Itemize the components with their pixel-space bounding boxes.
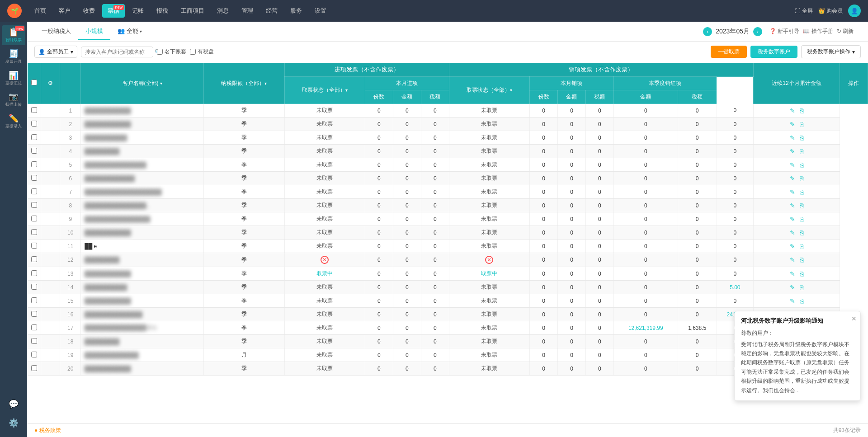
nav-item-settings[interactable]: 设置 (309, 4, 332, 18)
edit-btn[interactable]: ✎ (788, 107, 797, 114)
row-checkbox[interactable] (31, 188, 37, 194)
row-checkbox[interactable] (31, 121, 37, 127)
td-checkbox[interactable] (28, 199, 41, 212)
copy-btn[interactable]: ⎘ (798, 148, 805, 155)
edit-btn[interactable]: ✎ (788, 161, 797, 169)
td-checkbox[interactable] (28, 212, 41, 226)
nav-item-fee[interactable]: 收费 (78, 4, 100, 18)
sidebar-settings-btn[interactable]: ⚙️ (2, 414, 25, 432)
td-checkbox[interactable] (28, 172, 41, 185)
filter-icon[interactable]: ▾ (160, 81, 162, 86)
tax-digital-account-ops-btn[interactable]: 税务数字账户操作 ▾ (801, 45, 861, 58)
row-checkbox[interactable] (31, 175, 37, 181)
td-checkbox[interactable] (28, 117, 41, 131)
edit-btn[interactable]: ✎ (788, 148, 797, 155)
date-next-btn[interactable]: › (753, 27, 762, 36)
copy-btn[interactable]: ⎘ (798, 229, 805, 236)
td-checkbox[interactable] (28, 335, 41, 348)
td-checkbox[interactable] (28, 240, 41, 253)
sidebar-message-btn[interactable]: 💬 (2, 395, 25, 413)
td-checkbox[interactable] (28, 321, 41, 335)
copy-btn[interactable]: ⎘ (798, 216, 805, 223)
employee-filter[interactable]: 👤 全部员工 ▾ (34, 46, 77, 58)
select-all-checkbox[interactable] (31, 80, 37, 85)
copy-btn[interactable]: ⎘ (798, 188, 805, 196)
sidebar-item-smart-invoice[interactable]: 📋 智能取票 new (2, 25, 25, 45)
nav-item-home[interactable]: 首页 (29, 4, 52, 18)
copy-btn[interactable]: ⎘ (798, 202, 805, 209)
row-checkbox[interactable] (31, 216, 37, 221)
tab-all[interactable]: 👥 全能 ▾ (110, 23, 149, 40)
manual-btn[interactable]: 📖 操作手册 (803, 28, 833, 35)
copy-btn[interactable]: ⎘ (798, 243, 805, 250)
edit-btn[interactable]: ✎ (788, 270, 797, 277)
copy-btn[interactable]: ⎘ (798, 134, 805, 141)
td-checkbox[interactable] (28, 348, 41, 362)
row-checkbox[interactable] (31, 284, 37, 290)
nav-item-invoice[interactable]: 票据 new (102, 4, 125, 18)
td-checkbox[interactable] (28, 253, 41, 267)
search-input[interactable] (85, 49, 153, 55)
nav-item-client[interactable]: 客户 (53, 4, 76, 18)
row-checkbox[interactable] (31, 311, 37, 317)
td-checkbox[interactable] (28, 308, 41, 321)
one-click-fetch-btn[interactable]: 一键取票 (711, 46, 747, 58)
row-checkbox[interactable] (31, 338, 37, 344)
sidebar-item-invoice-summary[interactable]: 📊 票据汇总 (2, 69, 25, 89)
edit-btn[interactable]: ✎ (788, 229, 797, 236)
tab-general-taxpayer[interactable]: 一般纳税人 (34, 23, 78, 40)
td-checkbox[interactable] (28, 267, 41, 281)
row-checkbox[interactable] (31, 352, 37, 357)
td-checkbox[interactable] (28, 185, 41, 199)
edit-btn[interactable]: ✎ (788, 188, 797, 196)
edit-btn[interactable]: ✎ (788, 202, 797, 209)
copy-btn[interactable]: ⎘ (798, 107, 805, 114)
nav-item-tax[interactable]: 报税 (151, 4, 174, 18)
copy-btn[interactable]: ⎘ (798, 284, 805, 291)
nav-item-manage[interactable]: 管理 (236, 4, 259, 18)
nav-item-service[interactable]: 服务 (285, 4, 307, 18)
row-checkbox[interactable] (31, 365, 37, 371)
td-checkbox[interactable] (28, 104, 41, 117)
edit-btn[interactable]: ✎ (788, 121, 797, 128)
td-checkbox[interactable] (28, 362, 41, 376)
td-checkbox[interactable] (28, 158, 41, 172)
row-checkbox[interactable] (31, 134, 37, 140)
row-checkbox[interactable] (31, 324, 37, 330)
edit-btn[interactable]: ✎ (788, 243, 797, 250)
copy-btn[interactable]: ⎘ (798, 270, 805, 277)
taxdisk-checkbox[interactable] (190, 49, 196, 55)
edit-btn[interactable]: ✎ (788, 256, 797, 263)
filter-subaccount[interactable]: 名下账套 (157, 48, 186, 56)
notice-close-btn[interactable]: ✕ (851, 315, 857, 322)
row-checkbox[interactable] (31, 161, 37, 167)
edit-btn[interactable]: ✎ (788, 297, 797, 305)
nav-item-operation[interactable]: 经营 (260, 4, 283, 18)
row-checkbox[interactable] (31, 297, 37, 303)
td-checkbox[interactable] (28, 226, 41, 240)
vip-btn[interactable]: 👑 购会员 (818, 7, 843, 15)
tax-policy-link[interactable]: ● 税务政策 (34, 427, 61, 434)
row-checkbox[interactable] (31, 229, 37, 235)
search-box[interactable]: 🔍 (81, 47, 153, 57)
edit-btn[interactable]: ✎ (788, 134, 797, 141)
row-checkbox[interactable] (31, 148, 37, 154)
row-checkbox[interactable] (31, 270, 37, 276)
row-checkbox[interactable] (31, 107, 37, 113)
edit-btn[interactable]: ✎ (788, 216, 797, 223)
copy-btn[interactable]: ⎘ (798, 256, 805, 263)
date-prev-btn[interactable]: ‹ (703, 27, 712, 36)
user-avatar[interactable]: 👤 (848, 5, 861, 17)
copy-btn[interactable]: ⎘ (798, 175, 805, 182)
td-checkbox[interactable] (28, 281, 41, 294)
td-checkbox[interactable] (28, 145, 41, 158)
td-checkbox[interactable] (28, 131, 41, 145)
tax-digital-account-btn[interactable]: 税务数字账户 (750, 46, 797, 58)
copy-btn[interactable]: ⎘ (798, 161, 805, 169)
row-checkbox[interactable] (31, 256, 37, 262)
fullscreen-btn[interactable]: ⛶ 全屏 (795, 7, 812, 15)
copy-btn[interactable]: ⎘ (798, 297, 805, 305)
refresh-btn[interactable]: ↻ 刷新 (837, 28, 854, 35)
row-checkbox[interactable] (31, 202, 37, 208)
sidebar-item-invoice-entry[interactable]: ✏️ 票据录入 (2, 112, 25, 132)
